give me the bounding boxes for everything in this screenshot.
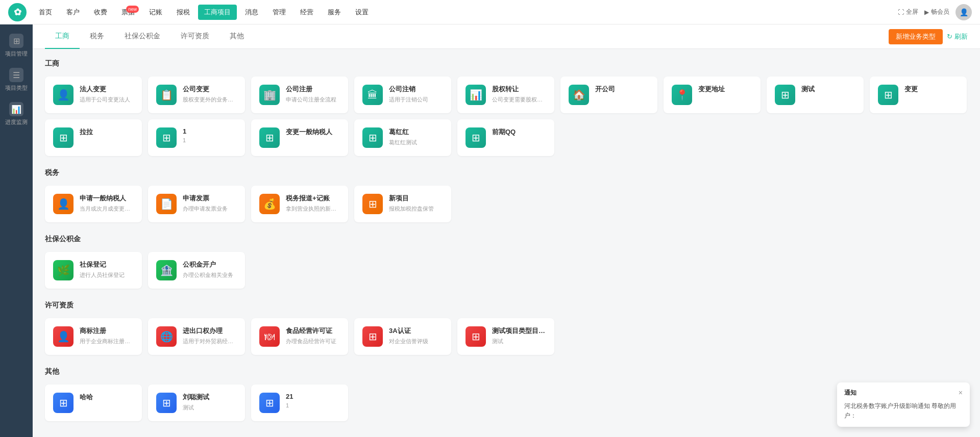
card-申请发票[interactable]: 📄 申请发票 办理申请发票业务 bbox=[148, 186, 245, 222]
card-1[interactable]: ⊞ 1 1 bbox=[148, 119, 245, 156]
card-content: 测试 bbox=[801, 85, 855, 96]
card-title: 法人变更 bbox=[80, 85, 134, 94]
card-公积金开户[interactable]: 🏦 公积金开户 办理公积金相关业务 bbox=[148, 252, 245, 289]
notification-title: 通知 bbox=[844, 389, 856, 397]
card-content: 变更一般纳税人 bbox=[286, 127, 340, 139]
card-测试[interactable]: ⊞ 测试 bbox=[767, 76, 864, 113]
card-公司注册[interactable]: 🏢 公司注册 申请公司注册全流程 bbox=[251, 76, 348, 113]
sub-tab-工商[interactable]: 工商 bbox=[45, 24, 80, 49]
nav-item-客户[interactable]: 客户 bbox=[60, 5, 86, 20]
notification-close[interactable]: × bbox=[959, 389, 963, 397]
nav-item-经营[interactable]: 经营 bbox=[294, 5, 320, 20]
sidebar-label: 项目类型 bbox=[5, 84, 28, 92]
card-title: 刘聪测试 bbox=[183, 393, 237, 402]
sub-tab-许可资质[interactable]: 许可资质 bbox=[170, 24, 219, 49]
card-icon: ⊞ bbox=[878, 85, 898, 105]
card-哈哈[interactable]: ⊞ 哈哈 bbox=[45, 384, 142, 421]
card-title: 变更一般纳税人 bbox=[286, 127, 340, 137]
card-content: 公司注销 适用于注销公司 bbox=[389, 85, 443, 104]
nav-item-收费[interactable]: 收费 bbox=[88, 5, 113, 20]
card-申请一般纳税人[interactable]: 👤 申请一般纳税人 当月或次月成变更完成 bbox=[45, 186, 142, 222]
nav-item-设置[interactable]: 设置 bbox=[349, 5, 375, 20]
card-icon: ⊞ bbox=[362, 326, 383, 347]
card-icon: ⊞ bbox=[156, 393, 177, 413]
card-content: 前期QQ bbox=[492, 127, 546, 139]
card-股权转让[interactable]: 📊 股权转让 公司变更需要股权转让 bbox=[457, 76, 554, 113]
card-税务报道+记账[interactable]: 💰 税务报道+记账 拿到营业执照的新公司 bbox=[251, 186, 348, 222]
card-新项目[interactable]: ⊞ 新项目 报税加税控盘保管 bbox=[354, 186, 451, 222]
card-title: 21 bbox=[286, 393, 340, 400]
card-icon: ⊞ bbox=[259, 393, 280, 413]
member-button[interactable]: ▶ 畅会员 bbox=[924, 8, 949, 16]
card-进出口权办理[interactable]: 🌐 进出口权办理 适用于对外贸易经营者 bbox=[148, 318, 245, 355]
card-社保登记[interactable]: 🌿 社保登记 进行人员社保登记 bbox=[45, 252, 142, 289]
card-变更一般纳税人[interactable]: ⊞ 变更一般纳税人 bbox=[251, 119, 348, 156]
section-title-shebao: 社保公积金 bbox=[45, 235, 968, 244]
nav-item-票据[interactable]: 票据new bbox=[115, 5, 141, 20]
nav-item-管理[interactable]: 管理 bbox=[266, 5, 292, 20]
card-3A认证[interactable]: ⊞ 3A认证 对企业信誉评级 bbox=[354, 318, 451, 355]
card-title: 变更地址 bbox=[698, 85, 752, 94]
nav-item-消息[interactable]: 消息 bbox=[239, 5, 264, 20]
nav-item-服务[interactable]: 服务 bbox=[322, 5, 347, 20]
card-公司变更[interactable]: 📋 公司变更 股权变更外的业务变更 bbox=[148, 76, 245, 113]
card-desc: 拿到营业执照的新公司 bbox=[286, 205, 340, 213]
refresh-button[interactable]: ↻ 刷新 bbox=[947, 32, 968, 41]
sidebar-icon: ⊞ bbox=[9, 34, 23, 48]
card-icon: 🌿 bbox=[53, 260, 74, 280]
card-title: 股权转让 bbox=[492, 85, 546, 94]
nav-item-报税[interactable]: 报税 bbox=[170, 5, 196, 20]
notification-header: 通知 × bbox=[844, 389, 963, 397]
section-gongshang: 工商 👤 法人变更 适用于公司变更法人 📋 公司变更 股权变更外的业务变更 🏢 … bbox=[45, 59, 968, 156]
card-title: 变更 bbox=[904, 85, 959, 94]
card-变更地址[interactable]: 📍 变更地址 bbox=[664, 76, 761, 113]
card-title: 新项目 bbox=[389, 194, 443, 203]
new-type-button[interactable]: 新增业务类型 bbox=[889, 29, 943, 44]
sidebar-item-进度监测[interactable]: 📊 进度监测 bbox=[0, 97, 33, 131]
card-title: 测试 bbox=[801, 85, 855, 94]
sidebar-icon: ☰ bbox=[9, 68, 23, 82]
top-nav-right: ⛶ 全屏 ▶ 畅会员 👤 bbox=[898, 4, 972, 20]
top-nav: ✿ 首页客户收费票据new记账报税工商项目消息管理经营服务设置 ⛶ 全屏 ▶ 畅… bbox=[0, 0, 980, 24]
card-开公司[interactable]: 🏠 开公司 bbox=[560, 76, 657, 113]
card-content: 变更地址 bbox=[698, 85, 752, 96]
sub-tab-社保公积金[interactable]: 社保公积金 bbox=[114, 24, 170, 49]
card-葛红红[interactable]: ⊞ 葛红红 葛红红测试 bbox=[354, 119, 451, 156]
card-desc: 申请公司注册全流程 bbox=[286, 96, 340, 104]
sidebar: ⊞ 项目管理 ☰ 项目类型 📊 进度监测 bbox=[0, 24, 33, 437]
card-content: 刘聪测试 测试 bbox=[183, 393, 237, 412]
section-shebao: 社保公积金 🌿 社保登记 进行人员社保登记 🏦 公积金开户 办理公积金相关业务 bbox=[45, 235, 968, 289]
sidebar-item-项目类型[interactable]: ☰ 项目类型 bbox=[0, 63, 33, 97]
sidebar-item-项目管理[interactable]: ⊞ 项目管理 bbox=[0, 29, 33, 63]
card-拉拉[interactable]: ⊞ 拉拉 bbox=[45, 119, 142, 156]
card-title: 食品经营许可证 bbox=[286, 326, 340, 336]
card-商标注册[interactable]: 👤 商标注册 用于企业商标注册服务 bbox=[45, 318, 142, 355]
sub-tab-其他[interactable]: 其他 bbox=[219, 24, 254, 49]
card-前期QQ[interactable]: ⊞ 前期QQ bbox=[457, 119, 554, 156]
card-content: 开公司 bbox=[595, 85, 649, 96]
card-icon: 🏢 bbox=[259, 85, 280, 105]
fullscreen-button[interactable]: ⛶ 全屏 bbox=[898, 8, 918, 16]
card-icon: 👤 bbox=[53, 85, 74, 105]
card-刘聪测试[interactable]: ⊞ 刘聪测试 测试 bbox=[148, 384, 245, 421]
card-icon: 👤 bbox=[53, 326, 74, 347]
section-title-qita: 其他 bbox=[45, 367, 968, 376]
card-食品经营许可证[interactable]: 🍽 食品经营许可证 办理食品经营许可证 bbox=[251, 318, 348, 355]
card-测试项目类型目定义[interactable]: ⊞ 测试项目类型目定义 测试 bbox=[457, 318, 554, 355]
card-content: 进出口权办理 适用于对外贸易经营者 bbox=[183, 326, 237, 345]
card-content: 法人变更 适用于公司变更法人 bbox=[80, 85, 134, 104]
card-content: 商标注册 用于企业商标注册服务 bbox=[80, 326, 134, 345]
nav-item-工商项目[interactable]: 工商项目 bbox=[198, 5, 237, 20]
card-icon: 🏠 bbox=[569, 85, 589, 105]
cards-grid-gongshang: 👤 法人变更 适用于公司变更法人 📋 公司变更 股权变更外的业务变更 🏢 公司注… bbox=[45, 76, 968, 156]
sub-tab-税务[interactable]: 税务 bbox=[80, 24, 114, 49]
card-desc: 当月或次月成变更完成 bbox=[80, 205, 134, 213]
card-desc: 葛红红测试 bbox=[389, 139, 443, 146]
nav-item-记账[interactable]: 记账 bbox=[143, 5, 168, 20]
card-公司注销[interactable]: 🏛 公司注销 适用于注销公司 bbox=[354, 76, 451, 113]
card-21[interactable]: ⊞ 21 1 bbox=[251, 384, 348, 421]
card-法人变更[interactable]: 👤 法人变更 适用于公司变更法人 bbox=[45, 76, 142, 113]
card-变更[interactable]: ⊞ 变更 bbox=[870, 76, 967, 113]
avatar[interactable]: 👤 bbox=[955, 4, 972, 20]
nav-item-首页[interactable]: 首页 bbox=[33, 5, 58, 20]
